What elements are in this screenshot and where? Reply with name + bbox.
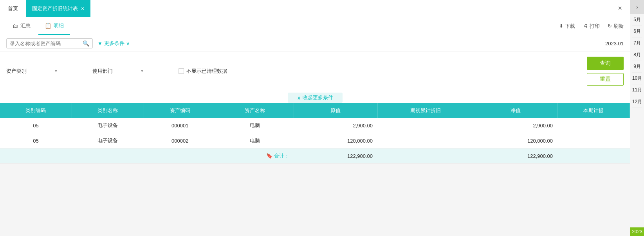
sidebar-month-item[interactable]: 5月	[632, 14, 642, 26]
data-table: 类别编码 类别名称 资产编码 资产名称 原值 期初累计折旧 净值 本期计提 05…	[0, 103, 630, 164]
cell-acc-deprec	[377, 133, 474, 148]
cell-asset-name: 电脑	[216, 133, 294, 148]
cell-original: 2,900.00	[294, 118, 377, 133]
sidebar-month-item[interactable]: 11月	[632, 84, 642, 96]
filter-panel: 资产类别 ▼ 使用部门 ▼ 不显示已清理数据 查询 重置	[0, 52, 630, 103]
download-icon: ⬇	[559, 23, 563, 29]
cell-type-code: 05	[0, 133, 72, 148]
cell-current	[557, 133, 630, 148]
table-row: 05 电子设备 000001 电脑 2,900.00 2,900.00	[0, 118, 630, 133]
sidebar-month-item[interactable]: 7月	[632, 38, 642, 49]
dept-arrow-icon: ▼	[140, 69, 161, 73]
summary-icon: 🗂	[13, 23, 18, 29]
col-header-net-value: 净值	[474, 103, 557, 118]
cell-net-value: 2,900.00	[474, 118, 557, 133]
collapse-bar: ∧ 收起更多条件	[6, 90, 624, 103]
date-hint: 2023.01	[605, 41, 624, 46]
total-spacer	[0, 148, 216, 164]
table-row: 05 电子设备 000002 电脑 120,000.00 120,000.00	[0, 133, 630, 148]
cell-acc-deprec	[377, 118, 474, 133]
cell-type-name: 电子设备	[72, 118, 144, 133]
collapse-label: 收起更多条件	[303, 94, 333, 101]
search-input-wrap[interactable]: 🔍	[6, 38, 93, 48]
total-acc-deprec	[377, 148, 474, 164]
col-header-type-code: 类别编码	[0, 103, 72, 118]
refresh-label: 刷新	[613, 23, 624, 30]
total-net-value: 122,900.00	[474, 148, 557, 164]
sub-tab-bar: 🗂 汇总 📋 明细 ⬇ 下载 🖨 打印 ↻ 刷新	[0, 17, 630, 35]
sidebar-year: 2023	[630, 227, 644, 236]
asset-type-select[interactable]: ▼	[30, 68, 77, 74]
no-cleared-checkbox[interactable]	[179, 68, 184, 74]
no-cleared-checkbox-item[interactable]: 不显示已清理数据	[179, 68, 227, 75]
sidebar-month-item[interactable]: 9月	[632, 61, 642, 73]
print-button[interactable]: 🖨 打印	[583, 23, 600, 30]
filter-btns: 查询 重置	[587, 57, 624, 86]
window-close-button[interactable]: ×	[610, 4, 630, 13]
cell-net-value: 120,000.00	[474, 133, 557, 148]
refresh-icon: ↻	[608, 23, 612, 29]
more-filter-button[interactable]: ▼ 更多条件 ∨	[97, 40, 130, 47]
col-header-type-name: 类别名称	[72, 103, 144, 118]
print-label: 打印	[590, 23, 600, 30]
reset-button[interactable]: 重置	[587, 73, 624, 86]
top-nav: 首页 固定资产折旧统计表 × ×	[0, 0, 630, 17]
cell-type-name: 电子设备	[72, 133, 144, 148]
cell-asset-code: 000001	[144, 118, 216, 133]
collapse-button[interactable]: ∧ 收起更多条件	[288, 93, 343, 103]
tab-label: 固定资产折旧统计表	[32, 5, 78, 12]
chevron-down-icon: ∨	[126, 41, 130, 46]
total-icon: 🔖	[266, 153, 272, 159]
refresh-button[interactable]: ↻ 刷新	[608, 23, 624, 30]
col-header-original: 原值	[294, 103, 377, 118]
col-header-current: 本期计提	[557, 103, 630, 118]
right-sidebar: › 5月6月7月8月9月10月11月12月 2023	[630, 0, 644, 236]
home-tab[interactable]: 首页	[0, 5, 26, 12]
sidebar-month-item[interactable]: 12月	[632, 96, 642, 108]
filter-row: 资产类别 ▼ 使用部门 ▼ 不显示已清理数据 查询 重置	[6, 57, 624, 86]
search-bar: 🔍 ▼ 更多条件 ∨ 2023.01	[0, 35, 630, 52]
download-button[interactable]: ⬇ 下载	[559, 23, 575, 30]
detail-icon: 📋	[45, 23, 51, 29]
tab-summary[interactable]: 🗂 汇总	[6, 17, 37, 35]
total-current	[557, 148, 630, 164]
total-label-cell: 🔖合计：	[216, 148, 294, 164]
asset-type-arrow-icon: ▼	[54, 69, 75, 73]
search-icon: 🔍	[83, 40, 89, 46]
dept-label: 使用部门	[92, 68, 113, 75]
query-button[interactable]: 查询	[587, 57, 624, 70]
filter-dept: 使用部门 ▼	[92, 68, 163, 75]
tab-summary-label: 汇总	[20, 22, 31, 29]
tab-close-icon[interactable]: ×	[81, 5, 84, 12]
table-wrap: 类别编码 类别名称 资产编码 资产名称 原值 期初累计折旧 净值 本期计提 05…	[0, 103, 630, 236]
collapse-icon: ∧	[297, 95, 301, 101]
search-input[interactable]	[10, 41, 80, 46]
col-header-asset-name: 资产名称	[216, 103, 294, 118]
sidebar-arrow-button[interactable]: ›	[630, 0, 644, 14]
cell-current	[557, 118, 630, 133]
no-cleared-label: 不显示已清理数据	[186, 68, 227, 75]
tab-detail[interactable]: 📋 明细	[38, 17, 70, 35]
sidebar-month-item[interactable]: 6月	[632, 26, 642, 38]
cell-type-code: 05	[0, 118, 72, 133]
asset-type-label: 资产类别	[6, 68, 27, 75]
more-filter-label: 更多条件	[104, 40, 124, 47]
toolbar-actions: ⬇ 下载 🖨 打印 ↻ 刷新	[559, 23, 624, 30]
filter-asset-type: 资产类别 ▼	[6, 68, 77, 75]
print-icon: 🖨	[583, 23, 588, 29]
table-header-row: 类别编码 类别名称 资产编码 资产名称 原值 期初累计折旧 净值 本期计提	[0, 103, 630, 118]
sidebar-month-item[interactable]: 8月	[632, 49, 642, 61]
sidebar-month-item[interactable]: 10月	[632, 73, 642, 84]
cell-original: 120,000.00	[294, 133, 377, 148]
cell-asset-code: 000002	[144, 133, 216, 148]
total-original: 122,900.00	[294, 148, 377, 164]
col-header-asset-code: 资产编码	[144, 103, 216, 118]
col-header-acc-deprec: 期初累计折旧	[377, 103, 474, 118]
download-label: 下载	[565, 23, 575, 30]
tab-detail-label: 明细	[54, 22, 64, 29]
sub-tabs: 🗂 汇总 📋 明细	[6, 17, 70, 35]
cell-asset-name: 电脑	[216, 118, 294, 133]
dept-select[interactable]: ▼	[116, 68, 163, 74]
active-tab[interactable]: 固定资产折旧统计表 ×	[26, 0, 90, 17]
filter-icon: ▼	[97, 41, 103, 46]
